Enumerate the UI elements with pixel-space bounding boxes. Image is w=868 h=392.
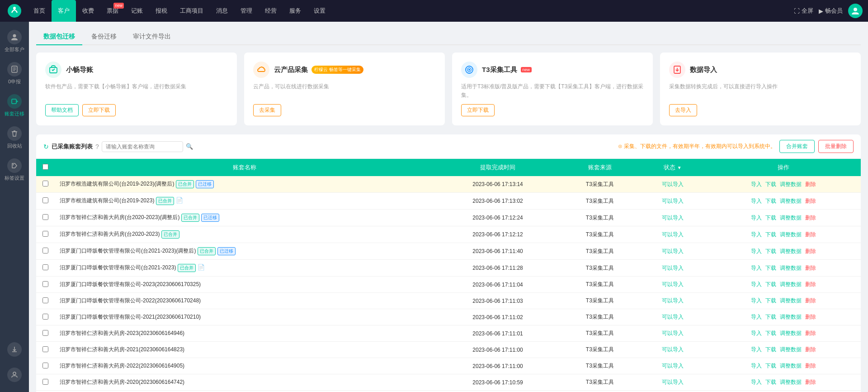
action-删除[interactable]: 删除	[805, 313, 816, 321]
action-导入[interactable]: 导入	[751, 281, 762, 288]
sidebar-item-tag-settings[interactable]: 标签设置	[0, 154, 29, 186]
row-checkbox[interactable]	[42, 214, 48, 220]
merge-account-button[interactable]: 合并账套	[779, 140, 815, 153]
sidebar-item-account-migrate[interactable]: 账套迁移	[0, 90, 29, 122]
action-导入[interactable]: 导入	[751, 330, 762, 337]
action-删除[interactable]: 删除	[805, 231, 816, 239]
action-下载[interactable]: 下载	[765, 313, 776, 321]
action-调整数据[interactable]: 调整数据	[780, 264, 802, 272]
action-下载[interactable]: 下载	[765, 264, 776, 272]
action-导入[interactable]: 导入	[751, 297, 762, 305]
nav-business[interactable]: 工商项目	[174, 0, 210, 22]
action-删除[interactable]: 删除	[805, 346, 816, 354]
action-下载[interactable]: 下载	[765, 346, 776, 354]
help-doc-button[interactable]: 帮助文档	[45, 104, 79, 116]
action-导入[interactable]: 导入	[751, 313, 762, 321]
action-导入[interactable]: 导入	[751, 248, 762, 255]
row-checkbox[interactable]	[42, 281, 48, 287]
user-avatar[interactable]	[848, 4, 863, 18]
action-调整数据[interactable]: 调整数据	[780, 362, 802, 370]
nav-message[interactable]: 消息	[210, 0, 234, 22]
tab-backup-migration[interactable]: 备份迁移	[84, 29, 124, 45]
action-调整数据[interactable]: 调整数据	[780, 248, 802, 255]
action-调整数据[interactable]: 调整数据	[780, 231, 802, 239]
action-调整数据[interactable]: 调整数据	[780, 330, 802, 337]
action-下载[interactable]: 下载	[765, 197, 776, 205]
action-导入[interactable]: 导入	[751, 346, 762, 354]
sidebar-item-download[interactable]	[0, 338, 29, 361]
action-调整数据[interactable]: 调整数据	[780, 313, 802, 321]
row-checkbox[interactable]	[42, 379, 48, 385]
action-下载[interactable]: 下载	[765, 281, 776, 288]
app-logo[interactable]	[5, 2, 24, 20]
action-删除[interactable]: 删除	[805, 214, 816, 222]
nav-manage[interactable]: 管理	[234, 0, 259, 22]
row-checkbox[interactable]	[42, 231, 48, 237]
nav-service[interactable]: 服务	[283, 0, 307, 22]
row-checkbox[interactable]	[42, 330, 48, 336]
action-下载[interactable]: 下载	[765, 330, 776, 337]
action-下载[interactable]: 下载	[765, 214, 776, 222]
action-下载[interactable]: 下载	[765, 362, 776, 370]
fullscreen-button[interactable]: ⛶ 全屏	[794, 7, 813, 15]
nav-client[interactable]: 客户	[52, 0, 76, 22]
action-调整数据[interactable]: 调整数据	[780, 378, 802, 386]
sidebar-item-profile[interactable]	[0, 363, 29, 387]
search-icon[interactable]: 🔍	[186, 143, 193, 150]
action-导入[interactable]: 导入	[751, 231, 762, 239]
download-now-button[interactable]: 立即下载	[82, 104, 116, 116]
row-checkbox[interactable]	[42, 346, 48, 352]
nav-invoice[interactable]: 票据 new	[100, 0, 125, 22]
action-调整数据[interactable]: 调整数据	[780, 181, 802, 188]
action-调整数据[interactable]: 调整数据	[780, 297, 802, 305]
row-checkbox[interactable]	[42, 297, 48, 303]
row-checkbox[interactable]	[42, 314, 48, 320]
action-导入[interactable]: 导入	[751, 197, 762, 205]
nav-settings[interactable]: 设置	[307, 0, 332, 22]
sidebar-item-all-clients[interactable]: 全部客户	[0, 25, 29, 57]
sidebar-item-zero-declare[interactable]: 0申报	[0, 57, 29, 90]
go-import-button[interactable]: 去导入	[669, 104, 697, 116]
action-调整数据[interactable]: 调整数据	[780, 346, 802, 354]
action-下载[interactable]: 下载	[765, 248, 776, 255]
action-下载[interactable]: 下载	[765, 297, 776, 305]
action-导入[interactable]: 导入	[751, 181, 762, 188]
action-删除[interactable]: 删除	[805, 248, 816, 255]
action-导入[interactable]: 导入	[751, 378, 762, 386]
action-删除[interactable]: 删除	[805, 281, 816, 288]
action-调整数据[interactable]: 调整数据	[780, 197, 802, 205]
member-button[interactable]: ▶ 畅会员	[819, 7, 843, 15]
action-删除[interactable]: 删除	[805, 264, 816, 272]
tab-data-migration[interactable]: 数据包迁移	[36, 29, 82, 45]
nav-billing[interactable]: 收费	[76, 0, 100, 22]
nav-tax[interactable]: 报税	[149, 0, 174, 22]
action-调整数据[interactable]: 调整数据	[780, 214, 802, 222]
action-删除[interactable]: 删除	[805, 181, 816, 188]
row-checkbox[interactable]	[42, 181, 48, 186]
help-circle-icon[interactable]: ?	[95, 143, 99, 150]
col-status[interactable]: 状态 ▼	[640, 159, 706, 176]
action-删除[interactable]: 删除	[805, 362, 816, 370]
nav-accounting[interactable]: 记账	[125, 0, 149, 22]
tab-audit-export[interactable]: 审计文件导出	[126, 29, 178, 45]
action-删除[interactable]: 删除	[805, 297, 816, 305]
action-下载[interactable]: 下载	[765, 181, 776, 188]
action-删除[interactable]: 删除	[805, 197, 816, 205]
batch-delete-button[interactable]: 批量删除	[818, 140, 854, 153]
t3-download-button[interactable]: 立即下载	[461, 104, 495, 116]
action-下载[interactable]: 下载	[765, 231, 776, 239]
search-input[interactable]	[102, 141, 183, 152]
sidebar-item-recycle[interactable]: 回收站	[0, 122, 29, 154]
action-删除[interactable]: 删除	[805, 378, 816, 386]
select-all-checkbox[interactable]	[42, 164, 48, 170]
go-collect-button[interactable]: 去采集	[253, 104, 281, 116]
action-删除[interactable]: 删除	[805, 330, 816, 337]
nav-home[interactable]: 首页	[27, 0, 52, 22]
nav-operation[interactable]: 经营	[259, 0, 283, 22]
action-下载[interactable]: 下载	[765, 378, 776, 386]
action-调整数据[interactable]: 调整数据	[780, 281, 802, 288]
action-导入[interactable]: 导入	[751, 362, 762, 370]
refresh-icon[interactable]: ↻	[43, 143, 49, 150]
row-checkbox[interactable]	[42, 197, 48, 203]
action-导入[interactable]: 导入	[751, 264, 762, 272]
